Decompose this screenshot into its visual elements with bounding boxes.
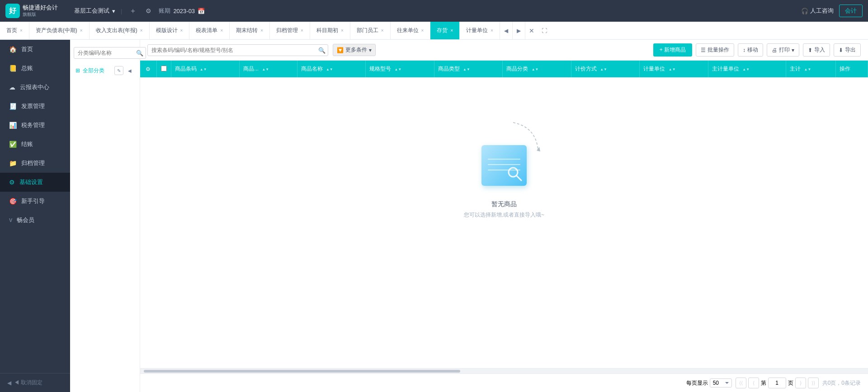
sidebar-item-report[interactable]: ☁ 云报表中心 <box>0 78 70 97</box>
move-button[interactable]: ↕ 移动 <box>738 43 763 57</box>
invoice-icon: 🧾 <box>9 103 17 110</box>
more-filter-label: 更多条件 <box>345 46 367 54</box>
print-button[interactable]: 🖨 打印 ▾ <box>767 43 799 57</box>
tax-icon: 📊 <box>9 122 17 129</box>
edit-category-button[interactable]: ✎ <box>114 66 123 75</box>
th-checkbox[interactable] <box>156 61 171 77</box>
next-page-button[interactable]: ⟩ <box>795 378 806 388</box>
add-tab-button[interactable]: ＋ <box>127 5 138 18</box>
tab-period-close-x[interactable]: × <box>260 28 263 33</box>
expand-tab-button[interactable]: ⛶ <box>538 22 551 39</box>
th-unit[interactable]: 计量单位 ▲▼ <box>640 61 708 77</box>
page-word-prefix: 第 <box>761 379 766 387</box>
tab-nav-prev[interactable]: ◀ <box>500 22 513 39</box>
tab-tax-close[interactable]: × <box>220 28 223 33</box>
tab-unit[interactable]: 计量单位 × <box>460 22 500 39</box>
tab-template-close[interactable]: × <box>180 28 183 33</box>
tab-nav-next[interactable]: ▶ <box>513 22 525 39</box>
tab-income-close[interactable]: × <box>140 28 143 33</box>
th-code[interactable]: 商品... ▲▼ <box>240 61 297 77</box>
sidebar-item-basic[interactable]: ⚙ 基础设置 <box>0 173 70 192</box>
horizontal-scrollbar[interactable] <box>140 368 868 373</box>
th-price-method[interactable]: 计价方式 ▲▼ <box>571 61 640 77</box>
collapse-panel-button[interactable]: ◀ <box>125 66 134 75</box>
th-main-unit-label: 主计量单位 <box>712 66 739 72</box>
close-all-tabs-button[interactable]: ✕ <box>525 22 538 39</box>
th-main-unit[interactable]: 主计量单位 ▲▼ <box>708 61 786 77</box>
content-area: 🔍 ⊞ 全部分类 ✎ ◀ 🔍 <box>70 40 868 392</box>
scrollbar-thumb[interactable] <box>144 370 460 373</box>
tab-archive-close[interactable]: × <box>301 28 303 33</box>
category-search-input[interactable] <box>74 47 146 59</box>
tab-balance-close[interactable]: × <box>80 28 83 33</box>
batch-label: 批量操作 <box>708 46 729 54</box>
tab-dept-close[interactable]: × <box>381 28 384 33</box>
tab-period-close[interactable]: 期末结转 × <box>230 22 270 39</box>
tab-home-label: 首页 <box>6 27 17 34</box>
product-search-icon[interactable]: 🔍 <box>318 47 326 53</box>
batch-op-button[interactable]: ☰ 批量操作 <box>696 43 734 57</box>
tab-unit-close[interactable]: × <box>491 28 493 33</box>
sidebar-item-invoice[interactable]: 🧾 发票管理 <box>0 97 70 116</box>
unpin-label: ◀ 取消固定 <box>14 379 42 387</box>
export-button[interactable]: ⬇ 导出 <box>834 43 861 57</box>
sidebar-item-home[interactable]: 🏠 首页 <box>0 40 70 59</box>
tab-dept[interactable]: 部门员工 × <box>350 22 391 39</box>
sidebar-item-ledger[interactable]: 📒 总账 <box>0 59 70 78</box>
new-product-button[interactable]: + 新增商品 <box>653 43 692 57</box>
page-number-input[interactable] <box>768 378 786 388</box>
tab-inventory-close[interactable]: × <box>450 28 453 33</box>
tab-home[interactable]: 首页 × <box>0 22 29 39</box>
tab-balance[interactable]: 资产负债表(中期) × <box>29 22 90 39</box>
import-button[interactable]: ⬆ 导入 <box>803 43 830 57</box>
prev-page-button[interactable]: ⟨ <box>748 378 759 388</box>
th-type[interactable]: 商品类型 ▲▼ <box>434 61 503 77</box>
account-button[interactable]: 会计 <box>839 5 863 17</box>
select-all-checkbox[interactable] <box>161 66 167 71</box>
th-price-method-label: 计价方式 <box>575 66 597 72</box>
tab-tax[interactable]: 税表清单 × <box>189 22 230 39</box>
th-spec[interactable]: 规格型号 ▲▼ <box>366 61 434 77</box>
unpin-button[interactable]: ◀ ◀ 取消固定 <box>0 373 70 392</box>
th-settings[interactable]: ⚙ <box>140 61 156 77</box>
sidebar-label-member: 畅会员 <box>17 216 34 224</box>
tab-contact[interactable]: 往来单位 × <box>391 22 431 39</box>
first-page-button[interactable]: ⟨⟨ <box>736 378 746 388</box>
tab-bar: 首页 × 资产负债表(中期) × 收入支出表(年报) × 模版设计 × 税表清单… <box>0 22 868 40</box>
sidebar-label-basic: 基础设置 <box>19 178 43 186</box>
th-barcode[interactable]: 商品条码 ▲▼ <box>171 61 240 77</box>
company-selector[interactable]: 基层工会测试 ▾ <box>74 7 115 15</box>
sort-price-icon: ▲▼ <box>600 67 607 71</box>
tab-contact-close[interactable]: × <box>421 28 424 33</box>
category-search-icon[interactable]: 🔍 <box>136 50 143 57</box>
tab-subject[interactable]: 科目期初 × <box>310 22 350 39</box>
th-name[interactable]: 商品名称 ▲▼ <box>297 61 366 77</box>
sidebar-item-close[interactable]: ✅ 结账 <box>0 135 70 154</box>
svg-line-2 <box>517 176 521 180</box>
th-action: 操作 <box>836 61 868 77</box>
page-size-dropdown[interactable]: 20 50 100 200 <box>710 378 732 387</box>
pagination-bar: 每页显示 20 50 100 200 ⟨⟨ ⟨ 第 页 <box>140 373 868 392</box>
tab-inventory-label: 存货 <box>437 27 448 34</box>
tab-subject-close[interactable]: × <box>341 28 344 33</box>
tab-income[interactable]: 收入支出表(年报) × <box>90 22 150 39</box>
tab-template[interactable]: 模版设计 × <box>150 22 190 39</box>
import-label: 导入 <box>814 46 825 54</box>
tab-home-close[interactable]: × <box>20 28 23 33</box>
more-filter-button[interactable]: 🔽 更多条件 ▾ <box>333 44 376 56</box>
all-category-item[interactable]: ⊞ 全部分类 ✎ ◀ <box>70 62 140 79</box>
product-search-input[interactable] <box>147 44 328 56</box>
sidebar-item-tax[interactable]: 📊 税务管理 <box>0 116 70 135</box>
sidebar-item-guide[interactable]: 🎯 新手引导 <box>0 192 70 211</box>
tab-inventory[interactable]: 存货 × <box>430 22 460 39</box>
calendar-icon[interactable]: 📅 <box>198 8 205 14</box>
tab-archive[interactable]: 归档管理 × <box>270 22 310 39</box>
th-main[interactable]: 主计 ▲▼ <box>786 61 836 77</box>
sidebar-item-member[interactable]: V 畅会员 <box>0 211 70 230</box>
th-category[interactable]: 商品分类 ▲▼ <box>503 61 571 77</box>
consult-button[interactable]: 🎧 人工咨询 <box>801 7 834 15</box>
settings-button[interactable]: ⚙ <box>144 5 153 16</box>
th-spec-label: 规格型号 <box>369 66 391 72</box>
sidebar-item-archive[interactable]: 📁 归档管理 <box>0 154 70 173</box>
last-page-button[interactable]: ⟩⟩ <box>808 378 819 388</box>
